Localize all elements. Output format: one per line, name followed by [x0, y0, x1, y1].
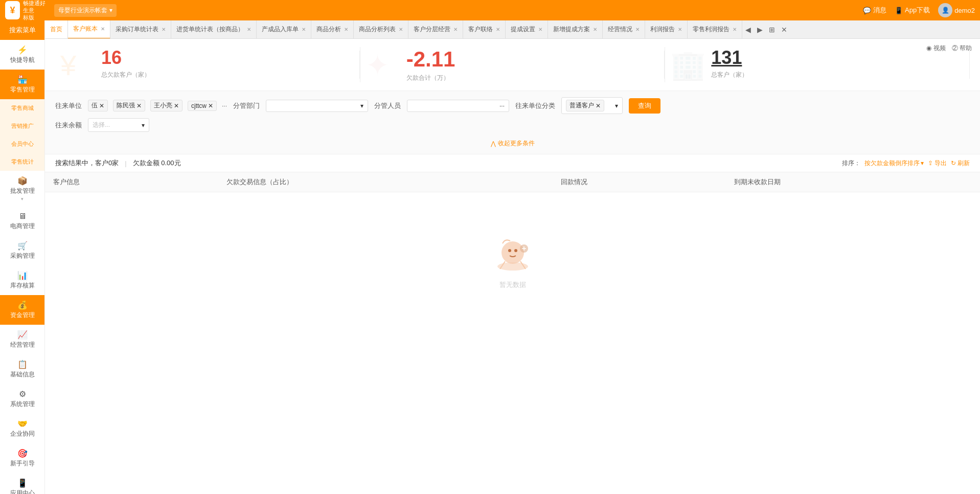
tab-window-btn[interactable]: ⊞	[766, 20, 778, 39]
finance-label: 资金管理	[10, 311, 35, 320]
sidebar-sub-marketing[interactable]: 营销推广	[0, 117, 44, 135]
remain-chevron-icon: ▾	[142, 122, 145, 129]
tab-goods-list[interactable]: 商品分析列表 ✕	[354, 20, 408, 39]
sidebar-item-finance[interactable]: 💰 资金管理	[0, 295, 44, 325]
tag-wang[interactable]: 王小亮 ✕	[150, 100, 183, 111]
filter-more-units[interactable]: ···	[222, 102, 227, 109]
query-button[interactable]: 查询	[629, 98, 660, 114]
app-download-btn[interactable]: 📱 App下载	[895, 6, 930, 15]
tab-add-commission-close[interactable]: ✕	[593, 27, 597, 32]
tag-wu-close[interactable]: ✕	[99, 102, 104, 109]
sidebar-item-ecommerce[interactable]: 🖥 电商管理	[0, 207, 44, 236]
tab-purchase-order-label: 采购订单统计表	[116, 25, 158, 34]
tab-purchase-stat[interactable]: 进货单统计表（按商品） ✕	[171, 20, 257, 39]
tab-customer-book-close[interactable]: ✕	[101, 26, 105, 32]
help-link[interactable]: ② 帮助	[952, 44, 972, 53]
user-menu[interactable]: 👤 demo2	[938, 3, 975, 17]
logo-line1: 畅捷通好生意	[23, 0, 50, 14]
tab-business-status[interactable]: 经营情况 ✕	[603, 20, 645, 39]
retail-icon: 🏪	[17, 75, 28, 84]
tab-customer-layer-close[interactable]: ✕	[453, 27, 458, 32]
sidebar-sub-member[interactable]: 会员中心	[0, 135, 44, 153]
sidebar-item-retail[interactable]: 🏪 零售管理	[0, 70, 44, 99]
tag-chen-close[interactable]: ✕	[136, 102, 142, 109]
workspace-label: 母婴行业演示帐套	[58, 6, 107, 15]
stat-total-all[interactable]: 🏢 131 总客户（家）	[665, 47, 970, 82]
tab-customer-contact-label: 客户联络	[468, 25, 493, 34]
tab-close-all[interactable]: ✕	[778, 20, 790, 39]
tab-goods-list-close[interactable]: ✕	[399, 27, 403, 32]
person-selector[interactable]: ···	[407, 100, 509, 112]
basic-info-label: 基础信息	[10, 370, 35, 379]
export-button[interactable]: ⇪ 导出	[928, 159, 947, 168]
tab-finished-goods[interactable]: 产成品入库单 ✕	[257, 20, 311, 39]
refresh-button[interactable]: ↻ 刷新	[951, 159, 970, 168]
tab-purchase-order-close[interactable]: ✕	[162, 27, 166, 32]
sidebar-sub-mall[interactable]: 零售商城	[0, 99, 44, 117]
sidebar-item-management[interactable]: 📈 经营管理	[0, 325, 44, 354]
sidebar-item-quick-nav[interactable]: ⚡ 快捷导航	[0, 40, 44, 70]
tab-goods-analysis[interactable]: 商品分析 ✕	[311, 20, 354, 39]
tab-customer-contact-close[interactable]: ✕	[496, 27, 500, 32]
data-table: 客户信息 欠款交易信息（占比） 回款情况 到期未收款日期	[45, 172, 980, 192]
sidebar-item-wholesale[interactable]: 📦 批发管理 ▾	[0, 171, 44, 207]
workspace-selector[interactable]: 母婴行业演示帐套 ▾	[54, 4, 117, 17]
message-btn[interactable]: 💬 消息	[863, 6, 886, 15]
tab-goods-analysis-close[interactable]: ✕	[344, 27, 348, 32]
wholesale-label: 批发管理	[10, 187, 35, 195]
message-label: 消息	[873, 6, 886, 15]
tag-wu[interactable]: 伍 ✕	[88, 100, 108, 111]
tab-customer-book[interactable]: 客户账本 ✕	[68, 20, 110, 39]
sidebar-item-collab[interactable]: 🤝 企业协同	[0, 414, 44, 443]
tab-commission-setting-label: 提成设置	[511, 25, 535, 34]
sidebar-item-basic-info[interactable]: 📋 基础信息	[0, 354, 44, 384]
tab-retail-profit[interactable]: 零售利润报告 ✕	[688, 20, 742, 39]
tab-business-status-close[interactable]: ✕	[635, 27, 640, 32]
tab-scroll-right[interactable]: ▶	[754, 20, 766, 39]
sidebar-item-purchase[interactable]: 🛒 采购管理	[0, 236, 44, 265]
video-link[interactable]: ◉ 视频	[926, 44, 945, 53]
username-label: demo2	[954, 7, 975, 14]
tab-profit-report-close[interactable]: ✕	[678, 27, 682, 32]
sidebar-item-newbie[interactable]: 🎯 新手引导	[0, 443, 44, 473]
tab-commission-setting[interactable]: 提成设置 ✕	[506, 20, 548, 39]
owe-amount-text: 欠款金额 0.00元	[133, 159, 181, 168]
tab-purchase-stat-close[interactable]: ✕	[247, 27, 251, 32]
tab-finished-goods-close[interactable]: ✕	[302, 27, 306, 32]
quick-nav-label: 快捷导航	[10, 56, 35, 64]
tab-commission-setting-close[interactable]: ✕	[538, 27, 542, 32]
top-bar: ¥ 畅捷通好生意 标版 母婴行业演示帐套 ▾ 💬 消息 📱 App下载 👤 de…	[0, 0, 980, 20]
sidebar-sub-retail-stat[interactable]: 零售统计	[0, 153, 44, 171]
collapse-button[interactable]: ⋀ 收起更多条件	[55, 136, 970, 148]
inventory-icon: 📊	[17, 271, 28, 280]
stat-owe-total[interactable]: ✦ -2.11 欠款合计（万）	[360, 47, 665, 82]
dept-selector[interactable]: ▾	[266, 100, 368, 112]
sidebar-search[interactable]: 搜索菜单	[0, 20, 44, 40]
tag-chen[interactable]: 陈民强 ✕	[113, 100, 145, 111]
tab-customer-contact[interactable]: 客户联络 ✕	[463, 20, 506, 39]
tab-customer-layer[interactable]: 客户分层经营 ✕	[408, 20, 463, 39]
sidebar-item-system[interactable]: ⚙ 系统管理	[0, 384, 44, 414]
filter-section: 往来单位 伍 ✕ 陈民强 ✕ 王小亮 ✕ cjttcw ✕ ··· 分管部门 ▾	[45, 91, 980, 154]
sidebar-item-app-center[interactable]: 📱 应用中心	[0, 473, 44, 494]
tab-profit-report[interactable]: 利润报告 ✕	[645, 20, 688, 39]
tab-home[interactable]: 首页	[45, 20, 68, 39]
tag-cjttcw[interactable]: cjttcw ✕	[188, 101, 217, 111]
tag-cjttcw-close[interactable]: ✕	[208, 102, 213, 109]
unit-class-selector[interactable]: 普通客户 ✕ ▾	[561, 97, 623, 114]
unit-class-tag-close[interactable]: ✕	[596, 102, 601, 109]
stat-customers-value: 16	[101, 47, 122, 69]
tab-add-commission[interactable]: 新增提成方案 ✕	[548, 20, 603, 39]
tag-wang-close[interactable]: ✕	[174, 102, 179, 109]
sort-button[interactable]: 按欠款金额倒序排序 ▾	[864, 159, 924, 168]
finance-icon: 💰	[17, 300, 28, 310]
tab-retail-profit-close[interactable]: ✕	[733, 27, 737, 32]
tab-purchase-order[interactable]: 采购订单统计表 ✕	[110, 20, 171, 39]
remain-selector[interactable]: 选择... ▾	[88, 118, 149, 132]
stat-total-customers[interactable]: ¥ 16 总欠款客户（家）	[55, 47, 360, 82]
remain-label: 往来余额	[55, 121, 82, 130]
unit-class-tag[interactable]: 普通客户 ✕	[566, 100, 604, 111]
sidebar-item-inventory[interactable]: 📊 库存核算	[0, 265, 44, 295]
nav-icon: ⚡	[17, 45, 28, 55]
tab-scroll-left[interactable]: ◀	[742, 20, 754, 39]
